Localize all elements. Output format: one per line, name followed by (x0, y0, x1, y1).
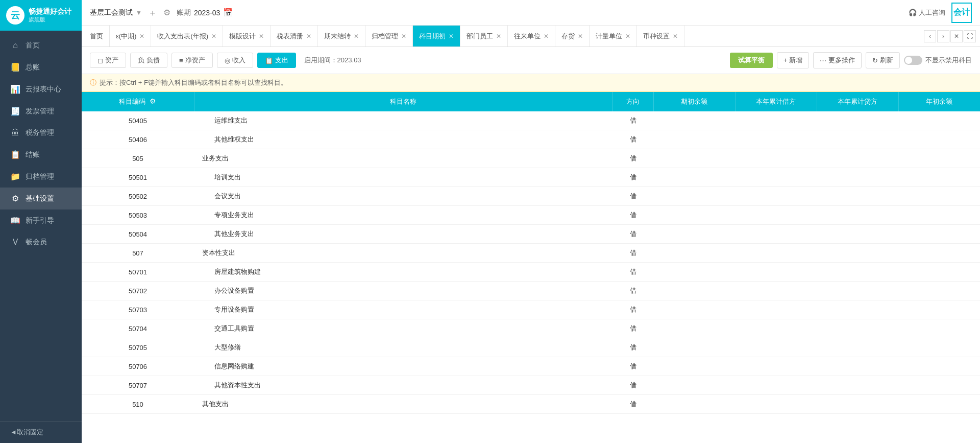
close-icon[interactable]: ✕ (449, 33, 454, 40)
sidebar-item-guide[interactable]: 📖 新手引导 (0, 209, 82, 231)
tab-subject-initial[interactable]: 科目期初 ✕ (413, 26, 460, 47)
cell-annual-balance (898, 225, 980, 244)
close-icon[interactable]: ✕ (625, 33, 630, 40)
add-button[interactable]: + 新增 (777, 52, 809, 68)
sidebar-item-label: 税务管理 (26, 128, 54, 137)
cell-balance (653, 282, 735, 300)
cell-balance (653, 395, 735, 414)
tab-period-close[interactable]: 期末结转 ✕ (318, 26, 365, 47)
filter-liability-button[interactable]: 负 负债 (130, 53, 167, 68)
more-actions-button[interactable]: ⋯ 更多操作 (813, 52, 862, 68)
close-icon[interactable]: ✕ (496, 33, 501, 40)
sidebar-item-member[interactable]: V 畅会员 (0, 231, 82, 253)
cell-direction: 借 (612, 225, 653, 244)
cell-annual-credit (817, 338, 898, 357)
cell-direction: 借 (612, 395, 653, 414)
table-row[interactable]: 507资本性支出借 (82, 244, 980, 263)
close-icon[interactable]: ✕ (578, 33, 583, 40)
table-row[interactable]: 50502会议支出借 (82, 187, 980, 206)
sidebar-item-reports[interactable]: 📊 云报表中心 (0, 78, 82, 100)
tab-template[interactable]: 模版设计 ✕ (223, 26, 271, 47)
filter-asset-button[interactable]: ◻ 资产 (90, 53, 126, 68)
tab-department[interactable]: 部门员工 ✕ (460, 26, 508, 47)
kuaiji-button[interactable]: 会计 (951, 3, 972, 23)
close-icon[interactable]: ✕ (139, 33, 144, 40)
cell-name: 交通工具购置 (194, 319, 612, 338)
cell-name: 其他支出 (194, 395, 612, 414)
sidebar-item-home[interactable]: ⌂ 首页 (0, 35, 82, 56)
sidebar-item-settings[interactable]: ⚙ 基础设置 (0, 188, 82, 209)
cell-annual-debit (735, 244, 817, 263)
col-balance: 期初余额 (653, 92, 735, 111)
table-row[interactable]: 50504其他业务支出借 (82, 225, 980, 244)
tab-archive[interactable]: 归档管理 ✕ (365, 26, 413, 47)
sidebar-item-invoice[interactable]: 🧾 发票管理 (0, 100, 82, 122)
table-row[interactable]: 50701房屋建筑物购建借 (82, 263, 980, 282)
filter-expense-button[interactable]: 📋 支出 (257, 53, 296, 68)
close-icon[interactable]: ✕ (306, 33, 311, 40)
balance-button[interactable]: 试算平衡 (730, 53, 773, 68)
tab-label: 收入支出表(年报) (157, 32, 208, 41)
sidebar-footer[interactable]: ◄取消固定 (0, 421, 82, 443)
table-row[interactable]: 50703专用设备购置借 (82, 300, 980, 319)
close-icon[interactable]: ✕ (354, 33, 359, 40)
company-selector[interactable]: 基层工会测试 ▼ (90, 8, 142, 17)
toggle-switch-button[interactable] (904, 56, 922, 65)
table-row[interactable]: 50406其他维权支出借 (82, 130, 980, 149)
table-row[interactable]: 50405运维维支出借 (82, 111, 980, 130)
sidebar-item-ledger[interactable]: 📒 总账 (0, 56, 82, 78)
table-row[interactable]: 50704交通工具购置借 (82, 319, 980, 338)
cell-annual-credit (817, 111, 898, 130)
tab-annual-report[interactable]: 收入支出表(年报) ✕ (151, 26, 223, 47)
table-row[interactable]: 50503专项业务支出借 (82, 206, 980, 225)
service-button[interactable]: 🎧 人工咨询 (909, 8, 945, 17)
tab-inventory[interactable]: 存货 ✕ (555, 26, 590, 47)
tab-expand-button[interactable]: ⛶ (964, 30, 976, 42)
tab-label: 模版设计 (229, 32, 256, 41)
company-dropdown-icon: ▼ (136, 9, 142, 16)
tab-home[interactable]: 首页 (84, 26, 110, 47)
column-settings-icon[interactable]: ⚙ (150, 97, 156, 105)
cell-annual-debit (735, 130, 817, 149)
cell-annual-debit (735, 338, 817, 357)
table-row[interactable]: 50501培训支出借 (82, 168, 980, 187)
tab-prev-button[interactable]: ‹ (924, 30, 936, 42)
settings-button[interactable]: ⚙ (163, 8, 170, 17)
table-row[interactable]: 50707其他资本性支出借 (82, 376, 980, 395)
cell-balance (653, 187, 735, 206)
tab-unit[interactable]: 计量单位 ✕ (590, 26, 637, 47)
sidebar-item-label: 新手引导 (26, 216, 54, 225)
cell-annual-balance (898, 282, 980, 300)
sidebar-item-label: 云报表中心 (26, 85, 61, 94)
refresh-button[interactable]: ↻ 刷新 (866, 52, 900, 68)
table-row[interactable]: 50702办公设备购置借 (82, 282, 980, 300)
tab-midterm[interactable]: ε(中期) ✕ (110, 26, 151, 47)
col-annual-balance: 年初余额 (898, 92, 980, 111)
close-icon[interactable]: ✕ (673, 33, 678, 40)
table-container[interactable]: 科目编码 ⚙ 科目名称 方向 期初余额 本年累计借方 本年累计贷方 年初余额 5… (82, 92, 980, 443)
sidebar-item-label: 基础设置 (26, 194, 54, 203)
filter-income-button[interactable]: ◎ 收入 (217, 53, 253, 68)
tab-tax-table[interactable]: 税表清册 ✕ (271, 26, 318, 47)
sidebar-item-tax[interactable]: 🏛 税务管理 (0, 122, 82, 144)
close-icon[interactable]: ✕ (544, 33, 549, 40)
table-row[interactable]: 50706信息网络购建借 (82, 357, 980, 376)
close-icon[interactable]: ✕ (259, 33, 264, 40)
cell-code: 510 (82, 395, 194, 414)
calendar-icon[interactable]: 📅 (223, 8, 233, 17)
close-icon[interactable]: ✕ (211, 33, 216, 40)
tab-close-all-button[interactable]: ✕ (950, 30, 963, 42)
add-tab-button[interactable]: ＋ (148, 7, 157, 19)
table-row[interactable]: 505业务支出借 (82, 149, 980, 168)
filter-netasset-button[interactable]: ≡ 净资产 (172, 53, 213, 68)
tab-contacts[interactable]: 往来单位 ✕ (508, 26, 555, 47)
cell-annual-credit (817, 282, 898, 300)
subject-table: 科目编码 ⚙ 科目名称 方向 期初余额 本年累计借方 本年累计贷方 年初余额 5… (82, 92, 980, 414)
sidebar-item-archive[interactable]: 📁 归档管理 (0, 166, 82, 188)
table-row[interactable]: 50705大型修缮借 (82, 338, 980, 357)
sidebar-item-closing[interactable]: 📋 结账 (0, 144, 82, 166)
close-icon[interactable]: ✕ (401, 33, 406, 40)
tab-next-button[interactable]: › (937, 30, 949, 42)
table-row[interactable]: 510其他支出借 (82, 395, 980, 414)
tab-currency[interactable]: 币种设置 ✕ (637, 26, 684, 47)
